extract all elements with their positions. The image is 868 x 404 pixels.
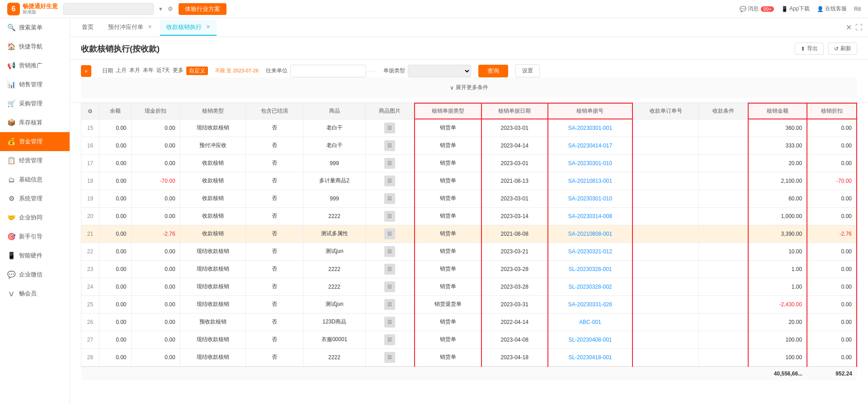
cell-bill-no[interactable]: SL-20230328-001 [548,260,632,278]
sidebar-label-guide: 新手引导 [19,233,42,241]
bill-no-link[interactable]: SL-20230408-001 [568,337,612,343]
tab-writeoff[interactable]: 收款核销执行 ✕ [160,19,217,36]
cell-bill-no[interactable]: SL-20230408-001 [548,331,632,348]
cell-balance: 0.00 [99,137,132,154]
cell-writeoff-amount: 20.00 [748,154,807,172]
cell-bill-no[interactable]: SA-20210813-001 [548,172,632,190]
cell-bill-type: 销货单 [415,331,481,348]
bill-no-link[interactable]: SA-20230301-001 [568,125,612,131]
tab-close-all-btn[interactable]: ✕ [846,23,852,32]
table-row: 21 0.00 -2.76 收款核销 否 测试多属性 🖼 销货单 2021-08… [81,225,857,242]
filter-bar: » 日期 上月 本月 本年 近7天 更多 自定义 不限 至 2023-07-26 [70,60,868,103]
sidebar-label-member: 畅会员 [19,290,37,298]
cell-bill-no[interactable]: SA-20230301-010 [548,190,632,207]
sidebar-label-sales: 销售管理 [19,81,42,89]
bill-no-link[interactable]: SA-20230314-008 [568,213,612,219]
query-btn[interactable]: 查询 [478,65,508,77]
bill-no-link[interactable]: SL-20230418-001 [568,354,612,361]
table-settings-icon[interactable]: ⚙ [88,108,93,114]
cell-balance: 0.00 [99,190,132,207]
service-label: 在线客服 [825,5,847,13]
cell-bill-no[interactable]: SL-20230418-001 [548,348,632,366]
tab-writeoff-close[interactable]: ✕ [206,24,210,30]
tab-home[interactable]: 首页 [75,19,100,36]
date-last-month[interactable]: 上月 [116,67,127,75]
sidebar-item-operations[interactable]: 📋 经营管理 [0,151,70,170]
sidebar-item-inventory[interactable]: 📦 库存核算 [0,113,70,132]
table-row: 22 0.00 0.00 现结收款核销 否 测试jun 🖼 销货单 2023-0… [81,242,857,260]
sidebar-item-system[interactable]: ⚙ 系统管理 [0,189,70,208]
bill-no-link[interactable]: SA-20230321-012 [568,248,612,255]
page-title: 收款核销执行(按收款) [81,43,160,54]
bill-no-link[interactable]: SA-20230301-010 [568,195,612,202]
bill-no-link[interactable]: SA-20210808-001 [568,231,612,237]
tab-prepay-close[interactable]: ✕ [148,24,152,30]
dropdown-icon[interactable]: ▾ [159,5,162,12]
cell-cash-discount: 0.00 [131,313,180,331]
tab-expand-btn[interactable]: ⛶ [855,23,863,32]
online-service-btn[interactable]: 👤 在线客服 [817,5,847,13]
party-dots[interactable]: ··· [369,68,376,74]
date-7days[interactable]: 近7天 [156,67,170,75]
cell-bill-no[interactable]: SA-20210808-001 [548,225,632,242]
cell-writeoff-amount: 1,000.00 [748,207,807,225]
app-download-btn[interactable]: 📱 App下载 [781,5,810,13]
sidebar-item-nav[interactable]: 🏠 快捷导航 [0,37,70,56]
cell-receipt-cond [699,295,748,313]
cell-goods: 2222 [303,207,365,225]
refresh-btn[interactable]: ↺ 刷新 [828,43,857,55]
bill-no-link[interactable]: ABC-001 [579,319,601,325]
cell-goods: 测试jun [303,242,365,260]
cell-bill-no[interactable]: SA-20230301-001 [548,119,632,137]
sidebar-item-finance[interactable]: 💰 资金管理 [0,132,70,151]
solution-btn[interactable]: 体验行业方案 [179,3,226,15]
export-btn[interactable]: ⬆ 导出 [795,43,824,55]
cell-goods-img: 🖼 [365,278,415,295]
bill-no-link[interactable]: SL-20230328-002 [568,284,612,290]
bill-no-link[interactable]: SA-20230414-017 [568,143,612,149]
cell-bill-no[interactable]: SL-20230328-002 [548,278,632,295]
table-row: 15 0.00 0.00 现结收款核销 否 老白干 🖼 销货单 2023-03-… [81,119,857,137]
bill-no-link[interactable]: SA-20230331-026 [568,301,612,308]
sidebar-item-basic[interactable]: 🗂 基础信息 [0,170,70,189]
bill-type-select[interactable] [408,65,471,77]
filter-arrow-btn[interactable]: » [81,65,91,77]
sidebar-item-guide[interactable]: 🎯 新手引导 [0,227,70,246]
date-this-year[interactable]: 本年 [143,67,154,75]
system-icon: ⚙ [7,195,15,203]
gear-icon[interactable]: ⚙ [168,5,173,12]
date-this-month[interactable]: 本月 [129,67,140,75]
top-search-input[interactable] [63,3,154,15]
sidebar-item-sales[interactable]: 📊 销售管理 [0,75,70,94]
cell-cash-discount: 0.00 [131,278,180,295]
sidebar-item-hardware[interactable]: 📱 智能硬件 [0,246,70,265]
cell-bill-no[interactable]: SA-20230301-010 [548,154,632,172]
user-name[interactable]: Rit [854,6,861,12]
cell-balance: 0.00 [99,348,132,366]
party-input[interactable] [290,65,366,77]
cell-bill-no[interactable]: ABC-001 [548,313,632,331]
bill-no-link[interactable]: SL-20230328-001 [568,266,612,272]
setting-btn[interactable]: 设置 [515,64,540,77]
cell-bill-no[interactable]: SA-20230414-017 [548,137,632,154]
sidebar-item-search[interactable]: 🔍 搜索菜单 [0,18,70,37]
cell-bill-no[interactable]: SA-20230314-008 [548,207,632,225]
bill-no-link[interactable]: SA-20210813-001 [568,178,612,184]
bill-no-link[interactable]: SA-20230301-010 [568,160,612,166]
cell-included: 否 [246,331,303,348]
cell-writeoff-type: 现结收款核销 [180,295,246,313]
col-goods-img: 商品图片 [365,103,415,119]
sidebar-item-purchase[interactable]: 🛒 采购管理 [0,94,70,113]
cell-bill-no[interactable]: SA-20230321-012 [548,242,632,260]
cell-bill-no[interactable]: SA-20230331-026 [548,295,632,313]
tab-prepay[interactable]: 预付冲应付单 ✕ [102,19,158,36]
message-btn[interactable]: 💬 消息 99+ [740,5,774,13]
date-custom[interactable]: 自定义 [186,67,208,75]
sidebar-item-member[interactable]: V 畅会员 [0,284,70,303]
sidebar-item-wechat[interactable]: 💬 企业微信 [0,265,70,284]
date-more[interactable]: 更多 [173,67,184,75]
sidebar-item-marketing[interactable]: 📢 营销推广 [0,56,70,75]
expand-more-btn[interactable]: ∨ 展开更多条件 [450,84,488,91]
sidebar-item-collab[interactable]: 🤝 企业协同 [0,208,70,227]
cell-bill-type: 销货单 [415,313,481,331]
